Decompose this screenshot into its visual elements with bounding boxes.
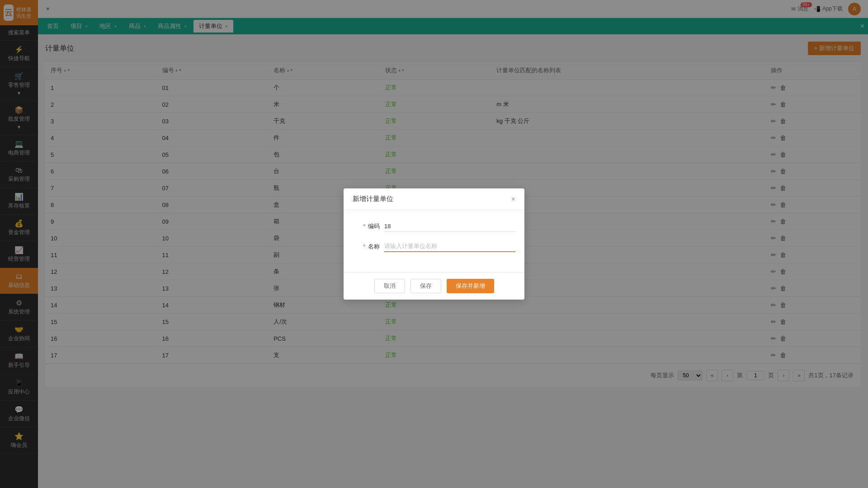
name-input[interactable] <box>384 241 515 252</box>
modal-close-button[interactable]: × <box>511 195 515 203</box>
modal-overlay: 新增计量单位 × * 编码 * 名称 取消 保存 保存并新增 <box>0 0 868 488</box>
modal-footer: 取消 保存 保存并新增 <box>344 272 524 300</box>
add-unit-modal: 新增计量单位 × * 编码 * 名称 取消 保存 保存并新增 <box>344 188 524 300</box>
form-row-name: * 名称 <box>353 241 515 252</box>
save-button[interactable]: 保存 <box>410 279 441 293</box>
save-and-new-button[interactable]: 保存并新增 <box>447 279 494 293</box>
cancel-button[interactable]: 取消 <box>374 279 405 293</box>
code-input[interactable] <box>384 221 515 232</box>
form-row-code: * 编码 <box>353 221 515 232</box>
modal-body: * 编码 * 名称 <box>344 210 524 272</box>
name-label: * 名称 <box>353 243 380 251</box>
modal-title: 新增计量单位 <box>353 195 393 203</box>
code-label: * 编码 <box>353 222 380 230</box>
modal-header: 新增计量单位 × <box>344 188 524 210</box>
